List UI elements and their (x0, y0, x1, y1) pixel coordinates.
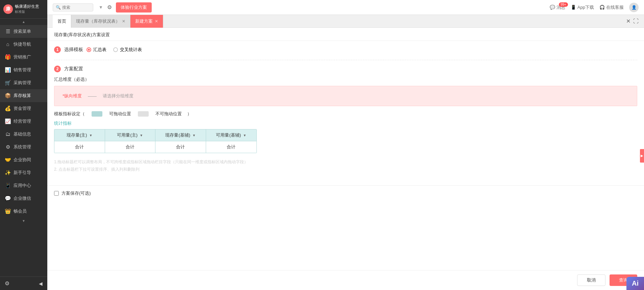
radio-cross-circle (113, 47, 118, 52)
trial-btn[interactable]: 体验行业方案 (116, 2, 152, 13)
cancel-button[interactable]: 取消 (577, 274, 605, 286)
dimension-required: *纵向维度 (63, 93, 82, 99)
sidebar-item-member[interactable]: 👑 畅会员 (0, 205, 47, 218)
message-icon: 💬 (550, 5, 555, 10)
online-service-btn[interactable]: 🎧 在线客服 (599, 4, 624, 10)
service-label: 在线客服 (606, 4, 624, 10)
collapse-icon[interactable]: ◀ (39, 281, 43, 286)
sidebar-item-label: 畅会员 (14, 208, 27, 214)
message-btn[interactable]: 💬 消息 99+ (550, 4, 565, 10)
stats-col-0[interactable]: 现存量(主) ▼ (54, 129, 105, 141)
tab-new-plan[interactable]: 新建方案 ✕ (130, 15, 163, 28)
radio-summary-label: 汇总表 (93, 47, 106, 53)
col1-chevron-icon[interactable]: ▼ (140, 134, 143, 137)
wechat-icon: 💬 (5, 195, 11, 201)
right-toggle[interactable]: ▶ (640, 149, 644, 163)
tab-home-label: 首页 (57, 18, 66, 24)
finance-icon: 💰 (5, 105, 11, 112)
sidebar-item-sales[interactable]: 📊 销售管理 (0, 64, 47, 76)
sidebar-item-wechat[interactable]: 💬 企业微信 (0, 192, 47, 205)
new-guide-icon: ✨ (5, 170, 11, 176)
dimension-placeholder[interactable]: 请选择分组维度 (103, 93, 133, 99)
footer-actions: 取消 查询 (47, 270, 644, 290)
indicator-setting-suffix: ） (187, 111, 192, 117)
sidebar-item-operations[interactable]: 📈 经营管理 (0, 115, 47, 128)
sidebar-item-label: 库存核算 (14, 93, 31, 99)
app-download-label: App下载 (577, 4, 594, 10)
sidebar-item-system[interactable]: ⚙ 系统管理 (0, 141, 47, 153)
sidebar-item-search-menu[interactable]: ☰ 搜索菜单 (0, 25, 47, 38)
logo-text: 畅康通好生意 标准版 (15, 4, 39, 14)
search-chevron-icon[interactable]: ▼ (99, 5, 103, 10)
sidebar: 康 畅康通好生意 标准版 ▲ ☰ 搜索菜单 ⌂ 快捷导航 🎁 营销推广 📊 销售… (0, 0, 47, 290)
sidebar-item-quick-nav[interactable]: ⌂ 快捷导航 (0, 38, 47, 51)
radio-cross-label: 交叉统计表 (120, 47, 142, 53)
sidebar-item-app-center[interactable]: 📱 应用中心 (0, 179, 47, 192)
sidebar-item-finance[interactable]: 💰 资金管理 (0, 102, 47, 115)
template-radio-group: 汇总表 交叉统计表 (86, 47, 142, 53)
search-input[interactable] (62, 5, 89, 10)
tab-home[interactable]: 首页 (53, 15, 71, 28)
sidebar-item-label: 搜索菜单 (14, 28, 31, 34)
col1-label: 可用量(主) (117, 132, 138, 138)
tip-item-0: 1.拖动标题栏可以调整布局，不可跨维度或指标区域拖动栏目字段（只能在同一维度或指… (54, 159, 637, 166)
step2-title: 方案配置 (64, 66, 83, 72)
sidebar-item-new-guide[interactable]: ✨ 新手引导 (0, 166, 47, 179)
sidebar-item-basic-info[interactable]: 🗂 基础信息 (0, 128, 47, 141)
tab-inventory-status[interactable]: 现存量（库存状况表） ✕ (71, 15, 130, 28)
stats-col-1[interactable]: 可用量(主) ▼ (105, 129, 156, 141)
stats-col-3[interactable]: 可用量(基辅) ▼ (206, 129, 257, 141)
sidebar-scroll-down[interactable]: ▼ (0, 218, 47, 224)
sidebar-item-label: 企业微信 (14, 195, 31, 201)
stats-section: 统计指标 现存量(主) ▼ 可用量(主) ▼ (54, 120, 637, 153)
radio-summary[interactable]: 汇总表 (86, 47, 106, 53)
sidebar-item-label: 营销推广 (14, 54, 31, 60)
search-menu-icon: ☰ (5, 28, 11, 34)
sidebar-scroll-up[interactable]: ▲ (0, 19, 47, 25)
sales-icon: 📊 (5, 67, 11, 73)
stats-table: 现存量(主) ▼ 可用量(主) ▼ 现存量(基辅) ▼ (54, 129, 257, 153)
topbar-search-box[interactable]: 🔍 (53, 3, 93, 11)
stats-cell-0-1: 合计 (105, 141, 156, 153)
sidebar-item-label: 应用中心 (14, 183, 31, 189)
logo-icon: 康 (3, 4, 13, 14)
sidebar-item-inventory[interactable]: 📦 库存核算 (0, 89, 47, 102)
user-avatar[interactable]: 👤 (629, 3, 639, 12)
tab-new-plan-close-icon[interactable]: ✕ (155, 19, 158, 24)
settings-icon[interactable]: ⚙ (5, 280, 9, 287)
sidebar-item-enterprise[interactable]: 🤝 企业协同 (0, 153, 47, 166)
message-badge: 99+ (559, 2, 568, 7)
main-area: 🔍 ▼ ⚙ 体验行业方案 💬 消息 99+ 📱 App下载 🎧 在线客服 👤 (47, 0, 644, 290)
radio-cross[interactable]: 交叉统计表 (113, 47, 142, 53)
stats-cell-0-3: 合计 (206, 141, 257, 153)
step2-header: 2 方案配置 (54, 66, 637, 72)
app-download-btn[interactable]: 📱 App下载 (571, 4, 594, 10)
col0-chevron-icon[interactable]: ▼ (89, 134, 93, 137)
sidebar-item-label: 系统管理 (14, 144, 31, 150)
topbar-gear-icon[interactable]: ⚙ (107, 4, 112, 10)
step1-title: 选择模板 (64, 47, 83, 53)
stats-col-2[interactable]: 现存量(基辅) ▼ (155, 129, 206, 141)
purchase-icon: 🛒 (5, 80, 11, 86)
sidebar-item-label: 销售管理 (14, 67, 31, 73)
save-checkbox[interactable] (54, 191, 59, 196)
tab-inventory-label: 现存量（库存状况表） (76, 18, 120, 24)
inventory-icon: 📦 (5, 93, 11, 99)
avatar-icon: 👤 (631, 5, 637, 10)
system-icon: ⚙ (5, 144, 11, 150)
step2-section: 2 方案配置 汇总维度（必选） *纵向维度 —— 请选择分组维度 模板指标设定（… (54, 66, 637, 173)
dimension-arrow: —— (88, 94, 97, 99)
sidebar-item-marketing[interactable]: 🎁 营销推广 (0, 51, 47, 64)
tab-expand-btn[interactable]: ⛶ (633, 18, 639, 24)
tab-new-plan-label: 新建方案 (135, 18, 153, 24)
basic-info-icon: 🗂 (5, 131, 11, 137)
topbar: 🔍 ▼ ⚙ 体验行业方案 💬 消息 99+ 📱 App下载 🎧 在线客服 👤 (47, 0, 644, 15)
ai-badge[interactable]: Ai (626, 277, 644, 290)
tab-inventory-close-icon[interactable]: ✕ (122, 19, 125, 24)
sidebar-item-label: 基础信息 (14, 131, 31, 137)
step2-badge: 2 (54, 66, 61, 72)
sidebar-item-purchase[interactable]: 🛒 采购管理 (0, 76, 47, 89)
tab-close-btn[interactable]: ✕ (626, 18, 630, 24)
col2-chevron-icon[interactable]: ▼ (192, 134, 196, 137)
col3-chevron-icon[interactable]: ▼ (243, 134, 246, 137)
